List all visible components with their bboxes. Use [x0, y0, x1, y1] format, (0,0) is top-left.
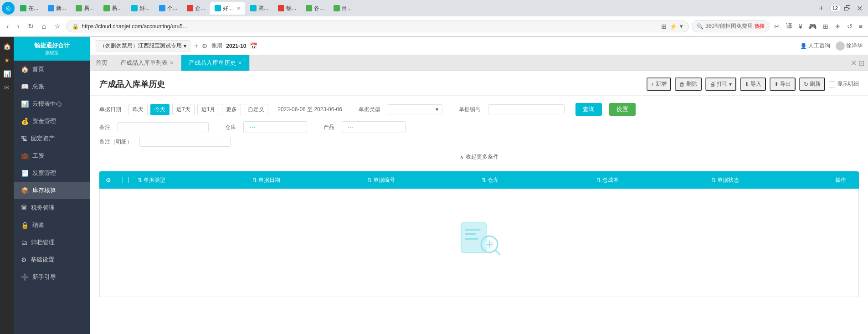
- delete-button[interactable]: 🗑 删除: [675, 77, 702, 91]
- bookmark-button[interactable]: ☆: [51, 20, 63, 32]
- select-all-checkbox[interactable]: [123, 177, 129, 183]
- tab-12[interactable]: 目...: [329, 2, 356, 15]
- company-settings-icon[interactable]: ⚙: [202, 42, 208, 50]
- undo-icon[interactable]: ↺: [845, 22, 854, 31]
- add-company-button[interactable]: +: [194, 42, 198, 50]
- search-section: 单据日期 昨天 今天 近7天 近1月 更多 自定义 2023-06-06 至 2…: [90, 96, 868, 171]
- restore-button[interactable]: 🗗: [844, 4, 851, 12]
- search-bar[interactable]: 🔍 360智能抠图免费用 热搜: [692, 20, 770, 32]
- content-tab-list-close[interactable]: ✕: [169, 60, 174, 66]
- sidebar-item-payroll[interactable]: 💼 工资: [14, 147, 90, 164]
- nav-actions: ✂ 译 ¥ 🎮 ⊞ ☀ ↺ ≡: [772, 21, 864, 31]
- forward-button[interactable]: ›: [14, 21, 22, 32]
- tab-close-8[interactable]: ✕: [236, 5, 241, 11]
- display-toggle-checkbox[interactable]: [829, 81, 835, 87]
- date-btn-more[interactable]: 更多: [222, 104, 241, 115]
- sidebar-item-home[interactable]: 🏠 首页: [14, 61, 90, 78]
- tab-1[interactable]: 在...: [15, 2, 43, 15]
- tab-panel-expand[interactable]: ⊡: [858, 59, 864, 67]
- tab-5[interactable]: 好...: [127, 2, 154, 15]
- translate-icon[interactable]: 译: [784, 21, 794, 31]
- table-gear-button[interactable]: ⚙: [99, 177, 118, 184]
- note-input[interactable]: [118, 122, 209, 132]
- th-number[interactable]: ⇅ 单据编号: [364, 176, 478, 184]
- sidebar-item-newguide[interactable]: ➕ 新手引导: [14, 268, 90, 286]
- sidebar-item-settings[interactable]: ⚙ 基础设置: [14, 251, 90, 268]
- refresh-button[interactable]: ↻ 刷新: [799, 77, 825, 91]
- table-select-all[interactable]: [118, 177, 134, 183]
- sidebar-item-archive[interactable]: 🗂 归档管理: [14, 234, 90, 251]
- content-tab-history[interactable]: 产成品入库单历史 ✕: [181, 55, 250, 71]
- yuan-icon[interactable]: ¥: [797, 22, 804, 31]
- date-filter: 昨天 今天 近7天 近1月 更多 自定义: [128, 104, 268, 115]
- game-icon[interactable]: 🎮: [807, 22, 818, 31]
- content-tab-list[interactable]: 产成品入库单列表 ✕: [113, 55, 181, 71]
- date-btn-custom[interactable]: 自定义: [244, 104, 268, 115]
- sidebar-item-fixed[interactable]: 🏗 固定资产: [14, 130, 90, 147]
- collapse-bar[interactable]: ∧ 收起更多条件: [99, 150, 859, 164]
- type-select[interactable]: ▾: [388, 104, 442, 114]
- detail-note-input[interactable]: [139, 137, 231, 147]
- warehouse-select[interactable]: ···: [243, 121, 307, 133]
- import-button[interactable]: ⬇ 导入: [740, 77, 766, 91]
- user-button[interactable]: 徐泽华: [836, 41, 863, 51]
- sidebar-item-inventory[interactable]: 📦 库存核算: [14, 182, 90, 199]
- print-button[interactable]: 🖨 打印 ▾: [705, 77, 736, 91]
- new-tab-button[interactable]: +: [816, 4, 827, 13]
- tab-panel-close[interactable]: ✕: [851, 59, 857, 67]
- ai-consult-button[interactable]: 👤 人工咨询: [800, 42, 830, 50]
- tab-4[interactable]: 易...: [99, 2, 126, 15]
- tab-label-8: 好...: [223, 5, 233, 12]
- tab-3[interactable]: 易...: [71, 2, 98, 15]
- address-bar[interactable]: 🔒 https://cloud.chanjet.com/accounting/u…: [66, 21, 689, 32]
- th-cost[interactable]: ⇅ 总成本: [593, 176, 708, 184]
- th-status[interactable]: ⇅ 单据状态: [708, 176, 822, 184]
- sidebar-item-closing[interactable]: 🔒 结账: [14, 216, 90, 234]
- tab-label-6: 个...: [167, 5, 177, 12]
- icon-mail[interactable]: ✉: [1, 82, 13, 93]
- sidebar-item-invoice[interactable]: 🧾 发票管理: [14, 164, 90, 182]
- refresh-nav-button[interactable]: ↻: [25, 20, 36, 32]
- more-icon[interactable]: ≡: [857, 22, 864, 31]
- chevron-down-icon[interactable]: ▾: [680, 23, 683, 30]
- number-input[interactable]: [488, 104, 565, 114]
- tab-6[interactable]: 个...: [154, 2, 182, 15]
- sidebar-item-funds[interactable]: 💰 资金管理: [14, 113, 90, 130]
- sidebar-item-tax[interactable]: 🏛 税务管理: [14, 199, 90, 216]
- date-btn-yesterday[interactable]: 昨天: [128, 104, 148, 115]
- query-button[interactable]: 查询: [575, 103, 602, 116]
- close-browser-button[interactable]: ✕: [857, 4, 863, 13]
- tab-8[interactable]: 好... ✕: [210, 2, 245, 15]
- breadcrumb-home[interactable]: 首页: [90, 56, 113, 70]
- sidebar-label-closing: 结账: [32, 221, 44, 229]
- date-btn-1month[interactable]: 近1月: [197, 104, 220, 115]
- icon-home[interactable]: 🏠: [1, 41, 13, 52]
- th-warehouse[interactable]: ⇅ 仓库: [478, 176, 593, 184]
- back-button[interactable]: ‹: [4, 21, 11, 32]
- scissors-icon[interactable]: ✂: [772, 22, 781, 31]
- tab-7[interactable]: 企...: [182, 2, 210, 15]
- date-btn-today[interactable]: 今天: [150, 104, 169, 115]
- tab-9[interactable]: 腾...: [246, 2, 273, 15]
- tab-2[interactable]: 新...: [43, 2, 71, 15]
- print-label: 打印: [717, 80, 728, 88]
- icon-chart[interactable]: 📊: [1, 68, 13, 80]
- sidebar-item-reports[interactable]: 📊 云报表中心: [14, 95, 90, 113]
- sidebar-item-ledger[interactable]: 📖 总账: [14, 78, 90, 95]
- tab-11[interactable]: 各...: [301, 2, 329, 15]
- theme-icon[interactable]: ☀: [833, 22, 842, 31]
- icon-star[interactable]: ★: [1, 54, 13, 66]
- tab-10[interactable]: 畅...: [273, 2, 301, 15]
- product-select[interactable]: ···: [342, 121, 406, 133]
- th-date[interactable]: ⇅ 单据日期: [249, 176, 364, 184]
- date-btn-7days[interactable]: 近7天: [172, 104, 195, 115]
- th-type[interactable]: ⇅ 单据类型: [134, 176, 249, 184]
- new-button[interactable]: + 新增: [647, 77, 671, 91]
- content-tab-history-close[interactable]: ✕: [238, 60, 242, 66]
- settings-filter-button[interactable]: 设置: [609, 103, 636, 116]
- apps-icon[interactable]: ⊞: [821, 22, 830, 31]
- export-button[interactable]: ⬆ 导出: [770, 77, 796, 91]
- company-select[interactable]: （勿删勿禁用）江西服宝测试专用 ▾: [96, 40, 190, 51]
- calendar-icon[interactable]: 📅: [250, 42, 257, 50]
- home-button[interactable]: ⌂: [39, 21, 49, 32]
